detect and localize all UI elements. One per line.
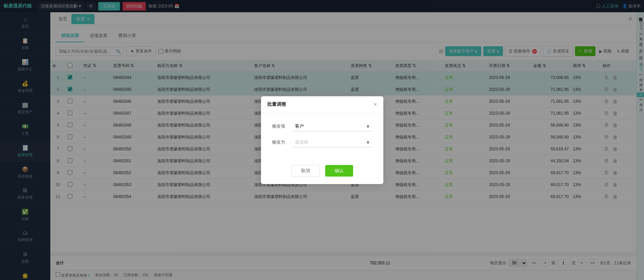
modal-confirm-button[interactable]: 确认 (325, 165, 353, 177)
modal-body: 修改项 客户 ∨ 修改为 请选择 ∨ (261, 113, 383, 162)
modal-change-select[interactable]: 请选择 ∨ (292, 137, 372, 147)
modal-footer: 取消 确认 (261, 162, 383, 184)
modal-header: 批量调整 × (261, 96, 383, 113)
modal-field-label: 修改项 (272, 123, 292, 129)
modal-change-row: 修改为 请选择 ∨ (272, 137, 372, 147)
modal-overlay: 批量调整 × 修改项 客户 ∨ 修改为 请选择 ∨ 取消 确认 (0, 0, 644, 280)
modal-change-chevron: ∨ (366, 139, 370, 145)
modal-change-label: 修改为 (272, 139, 292, 145)
modal-field-chevron: ∨ (366, 123, 370, 129)
modal-close-button[interactable]: × (373, 101, 377, 108)
modal-change-placeholder: 请选择 (295, 139, 308, 145)
modal-title: 批量调整 (267, 101, 286, 108)
modal-field-value: 客户 (295, 123, 304, 129)
modal-field-row: 修改项 客户 ∨ (272, 121, 372, 131)
modal-cancel-button[interactable]: 取消 (291, 165, 320, 177)
batch-adjust-modal: 批量调整 × 修改项 客户 ∨ 修改为 请选择 ∨ 取消 确认 (261, 96, 383, 184)
modal-field-select[interactable]: 客户 ∨ (292, 121, 372, 131)
